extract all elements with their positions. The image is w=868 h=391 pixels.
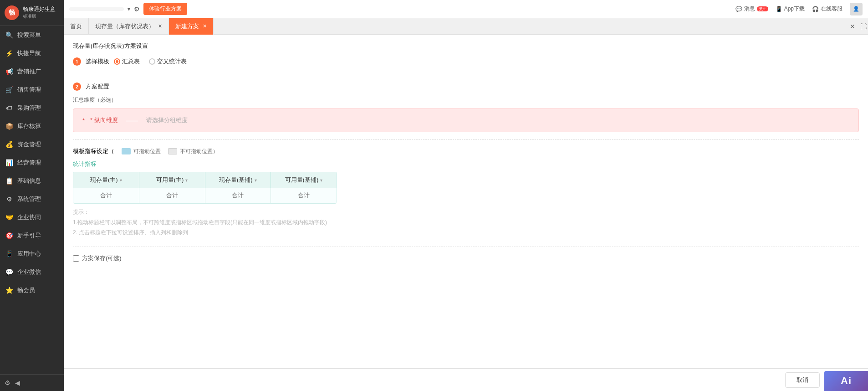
sidebar-item-purchase[interactable]: 🏷 采购管理 (0, 99, 64, 117)
fixed-label: 不可拖动位置） (180, 148, 218, 155)
radio-summary[interactable]: 汇总表 (114, 57, 140, 66)
step2-header: 2 方案配置 (73, 82, 859, 91)
sidebar-purchase-label: 采购管理 (17, 104, 41, 112)
radio-cross-label: 交叉统计表 (157, 57, 187, 66)
save-checkbox[interactable] (73, 255, 79, 262)
main-area: ▾ ⚙ 体验行业方案 💬 消息 99+ 📱 App下载 🎧 在线客服 👤 (64, 0, 868, 391)
headset-icon: 🎧 (812, 6, 819, 12)
vertical-dimension-label: * 纵向维度 (90, 116, 118, 124)
sales-icon: 🛒 (5, 85, 14, 94)
stats-header-col-2[interactable]: 现存量(基辅) ▾ (205, 172, 271, 188)
stats-header-col-0[interactable]: 现存量(主) ▾ (73, 172, 139, 188)
tips-item-0: 1.拖动标题栏可以调整布局，不可跨维度或指标区域拖动栏目字段(只能在同一维度或指… (73, 218, 859, 228)
sidebar-quick-nav-label: 快捷导航 (17, 49, 41, 57)
indicator-section-label: 模板指标设定（ (73, 147, 114, 155)
tab-bar: 首页 现存量（库存状况表） ✕ 新建方案 ✕ ✕ ⛶ (64, 18, 868, 35)
sidebar-nav: 🔍 搜索菜单 ⚡ 快捷导航 📢 营销推广 🛒 销售管理 🏷 采购管理 📦 库存核… (0, 26, 64, 374)
tab-home[interactable]: 首页 (64, 18, 89, 35)
finance-icon: 💰 (5, 140, 14, 149)
sidebar-item-app-center[interactable]: 📱 应用中心 (0, 245, 64, 263)
radio-cross[interactable]: 交叉统计表 (149, 57, 187, 66)
collapse-icon[interactable]: ◀ (15, 379, 20, 386)
bottom-bar: 取消 查询 (64, 368, 868, 391)
sidebar-item-newcomer[interactable]: 🎯 新手引导 (0, 226, 64, 245)
tab-inventory-close[interactable]: ✕ (158, 23, 162, 29)
member-icon: ⭐ (5, 286, 14, 295)
sidebar-item-inventory[interactable]: 📦 库存核算 (0, 117, 64, 135)
operations-icon: 📊 (5, 158, 14, 167)
stats-col-3-chevron[interactable]: ▾ (320, 178, 322, 183)
sidebar-item-member[interactable]: ⭐ 畅会员 (0, 281, 64, 299)
sidebar-search-label: 搜索菜单 (17, 31, 41, 39)
save-row: 方案保存(可选) (73, 254, 859, 262)
tab-new-plan[interactable]: 新建方案 ✕ (169, 18, 214, 35)
sidebar-cooperation-label: 企业协同 (17, 213, 41, 221)
topbar: ▾ ⚙ 体验行业方案 💬 消息 99+ 📱 App下载 🎧 在线客服 👤 (64, 0, 868, 18)
topbar-search[interactable] (69, 7, 124, 11)
stats-col-1-label: 可用量(主) (156, 176, 184, 184)
stats-data-col-3: 合计 (271, 188, 337, 203)
sidebar-item-wechat[interactable]: 💬 企业微信 (0, 263, 64, 281)
basic-info-icon: 📋 (5, 176, 14, 185)
dimension-selector-box[interactable]: * * 纵向维度 —— 请选择分组维度 (73, 108, 859, 132)
stats-col-1-chevron[interactable]: ▾ (185, 178, 188, 183)
sidebar-item-system[interactable]: ⚙ 系统管理 (0, 190, 64, 208)
app-name: 畅康通好生意 (23, 6, 56, 13)
stats-data-col-2: 合计 (205, 188, 271, 203)
ai-badge[interactable]: Ai (824, 371, 868, 391)
sidebar-inventory-label: 库存核算 (17, 122, 41, 130)
logo-icon: 畅 (5, 5, 19, 20)
topbar-gear-icon[interactable]: ⚙ (134, 5, 140, 13)
sidebar-newcomer-label: 新手引导 (17, 232, 41, 240)
bottom-divider (73, 247, 859, 247)
sidebar-item-quick-nav[interactable]: ⚡ 快捷导航 (0, 44, 64, 62)
user-avatar[interactable]: 👤 (850, 3, 863, 15)
sidebar-item-operations[interactable]: 📊 经营管理 (0, 154, 64, 172)
tab-home-label: 首页 (70, 22, 82, 31)
radio-cross-dot (149, 58, 155, 65)
sidebar-system-label: 系统管理 (17, 195, 41, 203)
sidebar-item-search[interactable]: 🔍 搜索菜单 (0, 26, 64, 44)
sidebar-item-finance[interactable]: 💰 资金管理 (0, 135, 64, 154)
stats-label: 统计指标 (73, 160, 859, 168)
app-download-btn[interactable]: 📱 App下载 (776, 5, 805, 13)
window-expand-icon[interactable]: ⛶ (859, 22, 868, 31)
step-divider-1 (73, 75, 859, 75)
tips-title: 提示： (73, 208, 859, 216)
sidebar-item-basic-info[interactable]: 📋 基础信息 (0, 172, 64, 190)
tab-inventory[interactable]: 现存量（库存状况表） ✕ (89, 18, 169, 35)
stats-data-col-1: 合计 (139, 188, 205, 203)
tab-inventory-label: 现存量（库存状况表） (95, 22, 154, 31)
avatar-placeholder: 👤 (853, 6, 859, 12)
stats-col-0-chevron[interactable]: ▾ (120, 178, 122, 183)
cancel-button[interactable]: 取消 (785, 372, 820, 388)
message-btn[interactable]: 💬 消息 99+ (735, 5, 768, 13)
inventory-icon: 📦 (5, 122, 14, 131)
cooperation-icon: 🤝 (5, 213, 14, 222)
sidebar-marketing-label: 营销推广 (17, 67, 41, 76)
topbar-dropdown-icon[interactable]: ▾ (128, 6, 130, 12)
save-label: 方案保存(可选) (82, 254, 122, 262)
sidebar-bottom: ⚙ ◀ (0, 374, 64, 391)
step1-section: 1 选择模板 汇总表 交叉统计表 (73, 57, 859, 66)
sidebar: 畅 畅康通好生意 标准版 🔍 搜索菜单 ⚡ 快捷导航 📢 营销推广 🛒 销售管理… (0, 0, 64, 391)
stats-header-row: 现存量(主) ▾ 可用量(主) ▾ 现存量(基辅) ▾ (73, 172, 337, 188)
sidebar-item-sales[interactable]: 🛒 销售管理 (0, 81, 64, 99)
sidebar-sales-label: 销售管理 (17, 86, 41, 94)
step-divider-2 (73, 139, 859, 140)
fixed-box (168, 148, 177, 154)
online-service-btn[interactable]: 🎧 在线客服 (812, 5, 842, 13)
movable-indicator: 可拖动位置 (122, 148, 161, 155)
industry-btn[interactable]: 体验行业方案 (143, 3, 187, 15)
sidebar-item-cooperation[interactable]: 🤝 企业协同 (0, 208, 64, 226)
sidebar-item-marketing[interactable]: 📢 营销推广 (0, 62, 64, 81)
stats-col-3-label: 可用量(基辅) (285, 176, 319, 184)
tab-new-plan-close[interactable]: ✕ (203, 23, 207, 29)
step1-number: 1 (73, 57, 81, 66)
stats-header-col-3[interactable]: 可用量(基辅) ▾ (271, 172, 337, 188)
stats-col-2-chevron[interactable]: ▾ (255, 178, 257, 183)
message-label: 消息 (744, 5, 755, 13)
window-close-icon[interactable]: ✕ (848, 22, 857, 31)
settings-icon[interactable]: ⚙ (5, 379, 10, 386)
stats-header-col-1[interactable]: 可用量(主) ▾ (139, 172, 205, 188)
